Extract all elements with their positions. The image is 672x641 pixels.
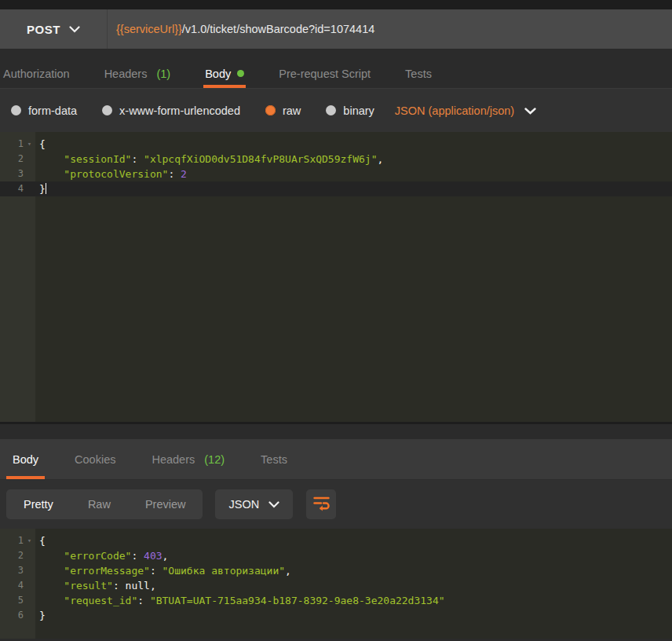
view-mode-group: Pretty Raw Preview [6, 489, 203, 519]
postman-window: POST {{serviceUrl}}/v1.0/ticket/showBarc… [0, 0, 672, 641]
code-line[interactable]: 4} [0, 181, 672, 196]
code-line[interactable]: 5 "request_id": "BTUAT=UAT-715aa934-b187… [0, 593, 672, 608]
radio-label: x-www-form-urlencoded [119, 104, 240, 117]
chevron-down-icon [268, 497, 279, 511]
code-line[interactable]: 2 "errorCode": 403, [0, 548, 672, 563]
code-text[interactable]: "request_id": "BTUAT=UAT-715aa934-b187-8… [35, 593, 672, 608]
response-body-editor[interactable]: 1▾{2 "errorCode": 403,3 "errorMessage": … [0, 529, 672, 639]
code-text[interactable]: "errorMessage": "Ошибка авторизации", [35, 563, 672, 578]
code-line[interactable]: 3 "errorMessage": "Ошибка авторизации", [0, 563, 672, 578]
code-text[interactable]: "errorCode": 403, [35, 548, 672, 563]
code-text[interactable]: "protocolVersion": 2 [35, 167, 672, 181]
request-tabs: Authorization Headers(1) Body Pre-reques… [0, 59, 672, 88]
code-text[interactable]: "sessionId": "xlpcqfXiOD0dv51D84fvP8UArS… [35, 152, 672, 167]
code-line[interactable]: 3 "protocolVersion": 2 [0, 167, 672, 181]
request-body-editor[interactable]: 1▾{2 "sessionId": "xlpcqfXiOD0dv51D84fvP… [0, 132, 672, 424]
response-format-dropdown[interactable]: JSON [215, 489, 293, 519]
fold-spacer [24, 608, 35, 623]
radio-label: raw [283, 104, 301, 117]
tab-label: Headers [152, 453, 195, 466]
fold-spacer [24, 152, 35, 167]
tab-authorization[interactable]: Authorization [2, 59, 71, 88]
tab-label: Cookies [75, 453, 115, 466]
url-input[interactable]: {{serviceUrl}}/v1.0/ticket/showBarcode?i… [108, 9, 672, 49]
request-response-divider[interactable] [0, 424, 672, 439]
response-tab-tests[interactable]: Tests [254, 439, 294, 479]
response-tab-body[interactable]: Body [6, 439, 45, 479]
tab-label: Authorization [3, 68, 70, 80]
request-url-bar: POST {{serviceUrl}}/v1.0/ticket/showBarc… [0, 9, 672, 49]
fold-spacer [24, 593, 35, 608]
tab-body[interactable]: Body [203, 59, 246, 88]
line-number: 2 [0, 152, 24, 167]
radio-label: form-data [28, 104, 77, 117]
code-line[interactable]: 2 "sessionId": "xlpcqfXiOD0dv51D84fvP8UA… [0, 152, 672, 167]
radio-selected-icon [265, 105, 276, 115]
wrap-text-button[interactable] [306, 489, 336, 519]
line-number: 3 [0, 167, 24, 181]
view-mode-raw[interactable]: Raw [71, 498, 128, 511]
body-filled-dot-icon [237, 70, 244, 77]
radio-circle-icon [326, 105, 336, 115]
tab-label: Body [205, 68, 231, 80]
line-number: 3 [0, 563, 24, 578]
code-text[interactable]: "result": null, [35, 578, 672, 593]
code-line[interactable]: 1▾{ [0, 137, 672, 152]
fold-spacer [24, 578, 35, 593]
chevron-down-icon [69, 22, 80, 36]
tab-pre-request-script[interactable]: Pre-request Script [277, 59, 372, 88]
code-line[interactable]: 4 "result": null, [0, 578, 672, 593]
window-top-strip [0, 0, 672, 9]
fold-arrow-icon[interactable]: ▾ [24, 137, 35, 152]
line-number: 1 [0, 533, 24, 548]
radio-label: binary [343, 104, 374, 117]
fold-spacer [24, 167, 35, 181]
line-number: 4 [0, 181, 24, 196]
text-cursor [46, 183, 47, 194]
code-line[interactable]: 6} [0, 608, 672, 623]
tab-label: Tests [261, 453, 287, 466]
content-type-dropdown[interactable]: JSON (application/json) [395, 104, 536, 118]
line-number: 1 [0, 137, 24, 152]
view-mode-pretty[interactable]: Pretty [6, 498, 71, 511]
code-text[interactable]: { [35, 137, 672, 152]
response-toolbar: Pretty Raw Preview JSON [0, 480, 672, 529]
response-tab-cookies[interactable]: Cookies [68, 439, 122, 479]
response-format-label: JSON [228, 498, 259, 511]
content-type-label: JSON (application/json) [395, 104, 514, 117]
body-type-row: form-data x-www-form-urlencoded raw bina… [0, 88, 672, 132]
response-tab-headers[interactable]: Headers(12) [145, 439, 231, 479]
radio-form-data[interactable]: form-data [11, 104, 77, 117]
url-environment-variable: {{serviceUrl}} [116, 23, 182, 35]
radio-circle-icon [11, 105, 21, 115]
code-text[interactable]: { [35, 533, 672, 548]
line-number: 5 [0, 593, 24, 608]
tab-label: Pre-request Script [279, 68, 371, 80]
method-dropdown[interactable]: POST [0, 9, 108, 49]
radio-x-www-form-urlencoded[interactable]: x-www-form-urlencoded [102, 104, 240, 117]
view-mode-preview[interactable]: Preview [128, 498, 203, 511]
radio-binary[interactable]: binary [326, 104, 374, 117]
fold-spacer [24, 548, 35, 563]
tab-headers[interactable]: Headers(1) [103, 59, 173, 88]
tab-label: Body [13, 453, 38, 466]
fold-spacer [24, 181, 35, 196]
code-line[interactable]: 1▾{ [0, 533, 672, 548]
radio-raw[interactable]: raw [265, 104, 301, 117]
tab-label: Headers [104, 68, 148, 80]
line-number: 4 [0, 578, 24, 593]
code-text[interactable]: } [35, 608, 672, 623]
chevron-down-icon [524, 104, 536, 118]
method-label: POST [27, 23, 60, 36]
code-text[interactable]: } [35, 181, 672, 196]
radio-circle-icon [102, 105, 112, 115]
response-tabs: Body Cookies Headers(12) Tests [0, 439, 672, 480]
fold-spacer [24, 563, 35, 578]
headers-count-badge: (12) [204, 453, 225, 466]
headers-count-badge: (1) [156, 68, 170, 80]
tab-tests[interactable]: Tests [404, 59, 433, 88]
code-lines: 1▾{2 "sessionId": "xlpcqfXiOD0dv51D84fvP… [0, 132, 672, 196]
line-number: 6 [0, 608, 24, 623]
wrap-text-icon [312, 495, 331, 515]
fold-arrow-icon[interactable]: ▾ [24, 533, 35, 548]
